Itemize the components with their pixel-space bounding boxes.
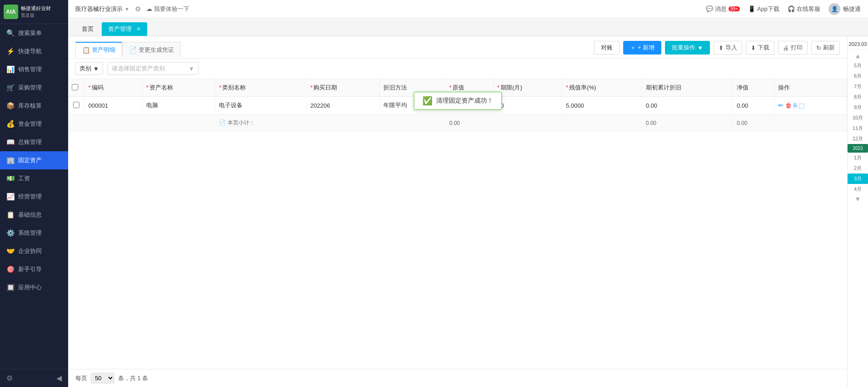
experience-btn[interactable]: ☁ 我要体验一下 bbox=[146, 5, 189, 13]
sidebar-item-inventory[interactable]: 📦 库存核算 bbox=[0, 97, 68, 115]
table-wrapper: ✅ 清理固定资产成功！ *编码 *资产名称 bbox=[68, 79, 847, 369]
collab-icon: 🤝 bbox=[6, 247, 15, 255]
search-icon: 🔍 bbox=[6, 29, 15, 37]
print-button[interactable]: 🖨 打印 bbox=[778, 41, 808, 55]
timeline-item-7[interactable]: 7月 bbox=[848, 81, 868, 92]
company-name[interactable]: 医疗器械行业演示 ▼ bbox=[75, 5, 129, 13]
sidebar-item-label: 采购管理 bbox=[18, 84, 42, 92]
row-name: 电脑 bbox=[142, 97, 215, 114]
purchase-icon: 🛒 bbox=[6, 84, 15, 92]
timeline-item-6[interactable]: 6月 bbox=[848, 71, 868, 81]
timeline-scroll-down[interactable]: ▼ bbox=[854, 194, 862, 203]
row-actions: ✏ 🗑 ⎘ ⬚ bbox=[774, 97, 847, 114]
sidebar-item-label: 系统管理 bbox=[18, 229, 42, 237]
cloud-icon: ☁ bbox=[146, 5, 152, 12]
sidebar-item-guide[interactable]: 🎯 新手引导 bbox=[0, 260, 68, 278]
sidebar-item-search[interactable]: 🔍 搜索菜单 bbox=[0, 24, 68, 42]
per-page-select[interactable]: 50 100 bbox=[91, 373, 114, 383]
category-select[interactable]: 类别 ▼ bbox=[75, 62, 103, 75]
row-purchase-date: 202206 bbox=[307, 97, 379, 114]
ledger-button[interactable]: 对账 bbox=[594, 41, 620, 55]
timeline-item-2[interactable]: 2月 bbox=[848, 163, 868, 174]
pagination-bar: 每页 50 100 条，共 1 条 bbox=[68, 369, 847, 387]
sidebar-item-operations[interactable]: 📈 经营管理 bbox=[0, 188, 68, 206]
row-checkbox[interactable] bbox=[73, 102, 79, 108]
header-category: *类别名称 bbox=[215, 79, 307, 97]
sidebar-item-funds[interactable]: 💰 资金管理 bbox=[0, 115, 68, 133]
header-actions: 操作 bbox=[774, 79, 847, 97]
timeline-item-10[interactable]: 10月 bbox=[848, 113, 868, 123]
company-chevron-icon: ▼ bbox=[124, 6, 129, 12]
sidebar-bottom: ⚙ ◀ bbox=[0, 369, 68, 387]
timeline-item-3[interactable]: 3月 bbox=[848, 174, 868, 184]
timeline-item-1[interactable]: 1月 bbox=[848, 153, 868, 163]
tab-home[interactable]: 首页 bbox=[75, 22, 100, 36]
delete-icon[interactable]: 🗑 bbox=[785, 102, 792, 109]
row-checkbox-cell bbox=[68, 97, 84, 114]
voucher-icon: 📄 bbox=[129, 46, 137, 54]
sidebar-item-label: 固定资产 bbox=[18, 156, 42, 164]
sidebar-item-apps[interactable]: 🔲 应用中心 bbox=[0, 278, 68, 297]
copy-icon[interactable]: ⎘ bbox=[794, 102, 797, 109]
timeline-item-11[interactable]: 11月 bbox=[848, 123, 868, 134]
sidebar-item-system[interactable]: ⚙️ 系统管理 bbox=[0, 224, 68, 242]
refresh-button[interactable]: ↻ 刷新 bbox=[811, 41, 840, 55]
timeline-header: 2023.03 bbox=[848, 39, 868, 50]
select-all-checkbox[interactable] bbox=[72, 84, 78, 90]
more-icon[interactable]: ⬚ bbox=[799, 102, 805, 109]
sidebar-item-collab[interactable]: 🤝 企业协同 bbox=[0, 242, 68, 260]
sidebar-item-quicknav[interactable]: ⚡ 快捷导航 bbox=[0, 42, 68, 60]
guide-icon: 🎯 bbox=[6, 265, 15, 273]
timeline-item-9[interactable]: 9月 bbox=[848, 102, 868, 113]
batch-button[interactable]: 批量操作 ▼ bbox=[665, 41, 710, 55]
app-download-btn[interactable]: 📱 App下载 bbox=[748, 5, 779, 13]
tab-voucher[interactable]: 📄 变更生成凭证 bbox=[122, 42, 181, 57]
settings-icon[interactable]: ⚙ bbox=[135, 5, 141, 13]
sidebar-item-ledger[interactable]: 📖 总账管理 bbox=[0, 133, 68, 151]
download-btn-icon: ⬇ bbox=[751, 45, 756, 51]
sales-icon: 📊 bbox=[6, 65, 15, 74]
header-residual-rate: *残值率(%) bbox=[562, 79, 642, 97]
header-name: *资产名称 bbox=[142, 79, 215, 97]
download-button[interactable]: ⬇ 下载 bbox=[746, 41, 774, 55]
header-period: *期限(月) bbox=[493, 79, 562, 97]
service-icon: 🎧 bbox=[788, 5, 795, 12]
filter-input-chevron-icon: ▼ bbox=[188, 65, 194, 72]
sidebar-item-sales[interactable]: 📊 销售管理 bbox=[0, 60, 68, 79]
import-button[interactable]: ⬆ 导入 bbox=[714, 41, 742, 55]
sidebar-item-label: 基础信息 bbox=[18, 211, 42, 219]
sidebar-item-purchase[interactable]: 🛒 采购管理 bbox=[0, 79, 68, 97]
row-period: 60 bbox=[493, 97, 562, 114]
download-icon: 📱 bbox=[748, 5, 755, 12]
sidebar-item-label: 经营管理 bbox=[18, 193, 42, 201]
tab-asset-detail[interactable]: 📋 资产明细 bbox=[75, 42, 122, 57]
sidebar-item-basic[interactable]: 📋 基础信息 bbox=[0, 206, 68, 224]
settings-bottom-icon[interactable]: ⚙ bbox=[6, 374, 13, 382]
tab-bar: 首页 资产管理 ✕ bbox=[68, 18, 868, 36]
header-net-value: 净值 bbox=[733, 79, 774, 97]
new-button[interactable]: ＋ + 新增 bbox=[623, 41, 661, 55]
messages-btn[interactable]: 💬 消息 99+ bbox=[706, 5, 740, 13]
timeline-item-5[interactable]: 5月 bbox=[848, 60, 868, 71]
sidebar-item-payroll[interactable]: 💵 工资 bbox=[0, 169, 68, 188]
sidebar-item-assets[interactable]: 🏢 固定资产 bbox=[0, 151, 68, 169]
operations-icon: 📈 bbox=[6, 193, 15, 201]
sidebar-item-label: 资金管理 bbox=[18, 120, 42, 128]
collapse-icon[interactable]: ◀ bbox=[56, 374, 62, 382]
subtotal-row: 📄 本页小计： 0.00 0.00 0.00 bbox=[68, 114, 847, 132]
header-checkbox-col bbox=[68, 79, 84, 97]
category-input[interactable]: 请选择固定资产类别 ▼ bbox=[108, 62, 198, 75]
toast-check-icon: ✅ bbox=[422, 96, 432, 106]
row-accum-depreciation: 0.00 bbox=[642, 97, 733, 114]
timeline-item-12[interactable]: 12月 bbox=[848, 134, 868, 144]
online-service-btn[interactable]: 🎧 在线客服 bbox=[788, 5, 820, 13]
tab-close-icon[interactable]: ✕ bbox=[136, 26, 141, 32]
assets-icon: 🏢 bbox=[6, 156, 15, 164]
edit-icon[interactable]: ✏ bbox=[778, 102, 784, 109]
timeline-item-4[interactable]: 4月 bbox=[848, 184, 868, 194]
timeline-scroll-up[interactable]: ▲ bbox=[854, 51, 862, 60]
timeline-item-8[interactable]: 8月 bbox=[848, 92, 868, 102]
row-category: 电子设备 bbox=[215, 97, 307, 114]
user-area[interactable]: 👤 畅捷通 bbox=[828, 3, 861, 15]
tab-assets[interactable]: 资产管理 ✕ bbox=[102, 22, 147, 36]
